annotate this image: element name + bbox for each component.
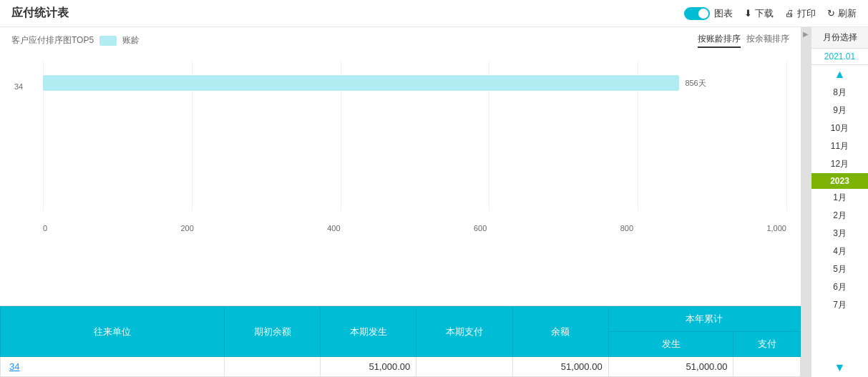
chart-inner: 34 856天 0 200 400 600 800 1,000 (43, 61, 786, 232)
chart-header: 客户应付排序图TOP5 账龄 按账龄排序 按余额排序 (0, 27, 801, 54)
legend-box-label: 账龄 (122, 34, 140, 46)
page-title: 应付统计表 (11, 6, 684, 21)
sidebar-month-item[interactable]: 8月 (811, 84, 868, 102)
sidebar: 月份选择 2021.01 ▲ 8月9月10月11月12月20231月2月3月4月… (811, 27, 868, 377)
refresh-button[interactable]: ↻ 刷新 (827, 7, 857, 20)
table-row: 34 51,000.00 51,000.00 51,000.00 (1, 357, 801, 377)
th-balance: 余额 (512, 307, 608, 357)
sidebar-month-item[interactable]: 2023 (811, 173, 868, 189)
sort-tab-balance[interactable]: 按余额排序 (746, 33, 789, 48)
y-label: 34 (14, 82, 23, 91)
sort-tabs: 按账龄排序 按余额排序 (698, 33, 789, 48)
app-header: 应付统计表 图表 ⬇ 下载 🖨 打印 ↻ 刷新 (0, 0, 868, 27)
sidebar-month-item[interactable]: 3月 (811, 225, 868, 243)
x-tick-0: 0 (43, 224, 47, 232)
download-button[interactable]: ⬇ 下载 (744, 7, 774, 20)
sidebar-header: 月份选择 (811, 27, 868, 49)
grid-line-1000 (786, 61, 787, 211)
sidebar-up-button[interactable]: ▲ (811, 65, 868, 84)
sidebar-nav: ▲ 8月9月10月11月12月20231月2月3月4月5月6月7月 ▼ (811, 65, 868, 377)
row-period-pay (416, 357, 512, 377)
sidebar-down-button[interactable]: ▼ (811, 358, 868, 377)
sidebar-month-item[interactable]: 5月 (811, 260, 868, 278)
sidebar-month-item[interactable]: 4月 (811, 243, 868, 260)
sidebar-month-item[interactable]: 6月 (811, 278, 868, 296)
row-ytd-occur: 51,000.00 (608, 357, 733, 377)
th-period-pay: 本期支付 (416, 307, 512, 357)
x-tick-400: 400 (327, 224, 340, 232)
row-ytd-pay (733, 357, 801, 377)
th-opening: 期初余额 (225, 307, 321, 357)
sidebar-divider[interactable]: ▶ (801, 27, 811, 377)
bar-end-label: 856天 (685, 78, 706, 89)
th-from: 往来单位 (1, 307, 225, 357)
chart-toggle[interactable] (684, 7, 710, 20)
sidebar-month-item[interactable]: 1月 (811, 189, 868, 207)
sidebar-month-item[interactable]: 11月 (811, 137, 868, 155)
sidebar-month-item[interactable]: 9月 (811, 102, 868, 119)
th-period-occur: 本期发生 (321, 307, 416, 357)
header-actions: 图表 ⬇ 下载 🖨 打印 ↻ 刷新 (684, 7, 857, 20)
row-balance: 51,000.00 (512, 357, 608, 377)
chart-section: 客户应付排序图TOP5 账龄 按账龄排序 按余额排序 (0, 27, 801, 377)
x-tick-600: 600 (474, 224, 487, 232)
divider-arrow-icon: ▶ (803, 30, 809, 38)
sidebar-months: 8月9月10月11月12月20231月2月3月4月5月6月7月 (811, 84, 868, 358)
toggle-label: 图表 (714, 7, 733, 20)
x-tick-200: 200 (181, 224, 194, 232)
bar-chart-area: 34 856天 0 200 400 600 800 1,000 (0, 54, 801, 305)
table-section: 往来单位 期初余额 本期发生 本期支付 余额 本年累计 发生 支付 (0, 305, 801, 377)
sidebar-month-item[interactable]: 2月 (811, 207, 868, 225)
sidebar-current[interactable]: 2021.01 (811, 49, 868, 65)
main-content: 客户应付排序图TOP5 账龄 按账龄排序 按余额排序 (0, 27, 868, 377)
download-icon: ⬇ (744, 8, 752, 19)
th-ytd-occur: 发生 (608, 332, 733, 357)
bar-row: 856天 (43, 75, 786, 91)
row-from[interactable]: 34 (1, 357, 225, 377)
legend-box (99, 36, 117, 46)
data-table: 往来单位 期初余额 本期发生 本期支付 余额 本年累计 发生 支付 (0, 306, 801, 377)
sidebar-month-item[interactable]: 12月 (811, 155, 868, 173)
x-tick-800: 800 (620, 224, 633, 232)
refresh-icon: ↻ (827, 8, 835, 19)
print-icon: 🖨 (785, 8, 794, 19)
print-button[interactable]: 🖨 打印 (785, 7, 816, 20)
chart-legend: 客户应付排序图TOP5 账龄 (11, 34, 140, 46)
sort-tab-age[interactable]: 按账龄排序 (698, 33, 741, 48)
row-period-occur: 51,000.00 (321, 357, 416, 377)
th-ytd-pay: 支付 (733, 332, 801, 357)
row-opening (225, 357, 321, 377)
legend-label: 客户应付排序图TOP5 (11, 34, 94, 46)
x-axis: 0 200 400 600 800 1,000 (43, 224, 786, 232)
chart-toggle-wrap: 图表 (684, 7, 733, 20)
x-tick-1000: 1,000 (766, 224, 786, 232)
sidebar-month-item[interactable]: 10月 (811, 119, 868, 137)
sidebar-month-item[interactable]: 7月 (811, 296, 868, 314)
th-ytd: 本年累计 (608, 307, 800, 332)
bar-fill (43, 75, 679, 91)
